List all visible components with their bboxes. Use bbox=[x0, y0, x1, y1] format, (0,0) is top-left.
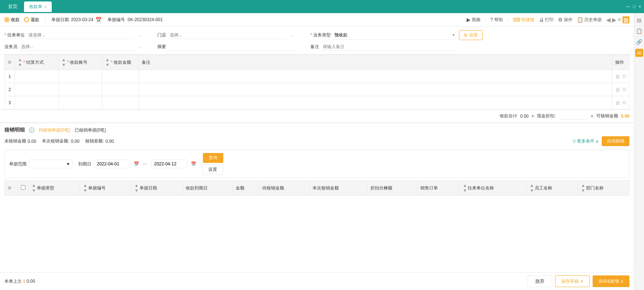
plus-sign: + bbox=[531, 114, 534, 119]
settlement-cell-3[interactable] bbox=[15, 96, 59, 109]
save-new-btn[interactable]: 保存&新增 ∧ bbox=[593, 275, 629, 287]
bottom-col-pending: 待核销金额 bbox=[259, 181, 310, 196]
minimize-icon[interactable]: — bbox=[626, 4, 630, 9]
amount-cell-2[interactable] bbox=[102, 83, 139, 96]
salesperson-more-btn[interactable]: ··· bbox=[136, 44, 143, 50]
settings-button[interactable]: ⚙ 设置 bbox=[459, 30, 483, 40]
amount-cell-3[interactable] bbox=[102, 96, 139, 109]
col-account: ▲▼ *收款账号 bbox=[59, 55, 102, 70]
sort-number: ▲▼ bbox=[83, 183, 87, 193]
discount-input[interactable] bbox=[559, 113, 588, 119]
date-to-input[interactable] bbox=[151, 160, 187, 168]
shortcut-btn[interactable]: ⌨ 快捷键 bbox=[513, 17, 534, 23]
prev-icon[interactable]: ◀ bbox=[606, 16, 610, 23]
radio-receipt[interactable]: 收款 bbox=[4, 17, 20, 23]
copy-row-1-icon[interactable]: ⧉ bbox=[623, 73, 626, 79]
grid-view-icon[interactable]: ▦ bbox=[623, 16, 629, 23]
equals-sign: = bbox=[591, 114, 593, 119]
list-view-icon[interactable]: ≡ bbox=[618, 16, 621, 23]
discard-btn[interactable]: 放弃 bbox=[527, 275, 552, 287]
date-from-input[interactable] bbox=[94, 160, 130, 168]
more-conditions-btn[interactable]: ▽ 更多条件 ∧ bbox=[573, 138, 599, 144]
remark-cell-3[interactable] bbox=[139, 96, 612, 109]
account-cell-3[interactable] bbox=[59, 96, 102, 109]
bottom-col-checkbox[interactable] bbox=[18, 181, 29, 196]
copy-row-2-icon[interactable]: ⧉ bbox=[623, 86, 626, 93]
settlement-cell-1[interactable] bbox=[15, 70, 59, 83]
diff-label: 核销差额: bbox=[85, 138, 104, 144]
unchecked-stat: 未核销金额 0.00 bbox=[4, 138, 36, 144]
account-cell-2[interactable] bbox=[59, 83, 102, 96]
summary-label: 摘要 bbox=[157, 44, 166, 50]
counterpart-more-btn[interactable]: ··· bbox=[136, 33, 143, 38]
footer-info-icon[interactable]: ℹ bbox=[23, 279, 25, 284]
sidebar-icon-ai[interactable]: Ai bbox=[635, 49, 643, 57]
history-btn[interactable]: 📋 历史单据 bbox=[577, 17, 602, 23]
sort-staff: ▲▼ bbox=[530, 183, 534, 193]
search-btn[interactable]: 查询 bbox=[203, 153, 223, 163]
tab-active[interactable]: 收款单 × bbox=[24, 1, 52, 12]
close-icon[interactable]: × bbox=[639, 4, 641, 9]
verify-info-icon[interactable]: i bbox=[29, 128, 34, 133]
calendar-icon[interactable]: 📅 bbox=[95, 17, 102, 23]
summary-input[interactable] bbox=[168, 43, 296, 51]
select-all-checkbox[interactable] bbox=[21, 185, 25, 190]
footer-right: 放弃 保存草稿 ∧ 保存&新增 ∧ bbox=[527, 275, 629, 287]
help-btn[interactable]: ? 帮助 bbox=[490, 17, 503, 23]
calendar-to-icon[interactable]: 📅 bbox=[191, 161, 196, 166]
sidebar-icon-link[interactable]: 🔗 bbox=[635, 38, 643, 46]
store-more-btn[interactable]: ··· bbox=[289, 33, 296, 38]
store-input[interactable] bbox=[168, 31, 287, 39]
table-gear-icon[interactable]: ⚙ bbox=[8, 60, 12, 65]
tab-close-icon[interactable]: × bbox=[44, 4, 47, 9]
discount-label: 现金折扣: bbox=[537, 113, 555, 119]
tab-home[interactable]: 首页 bbox=[3, 1, 23, 12]
save-new-arrow-icon: ∧ bbox=[620, 279, 624, 284]
maximize-icon[interactable]: □ bbox=[633, 4, 636, 9]
range-select[interactable]: ▾ bbox=[29, 160, 72, 168]
print-btn[interactable]: 🖨 打印 bbox=[539, 17, 554, 23]
video-btn[interactable]: ▶ 视频 bbox=[467, 17, 480, 23]
next-icon[interactable]: ▶ bbox=[612, 16, 616, 23]
bottom-col-settings[interactable]: ⚙ bbox=[5, 181, 18, 196]
account-cell-1[interactable] bbox=[59, 70, 102, 83]
date-label: 单据日期 bbox=[51, 17, 69, 23]
bottom-table: ⚙ ▲▼ 单据类型 ▲▼ 单据编号 bbox=[4, 180, 629, 196]
sidebar-icon-table[interactable]: ▤ bbox=[635, 16, 643, 24]
remark-input[interactable] bbox=[321, 43, 456, 51]
total-label: 收款合计 bbox=[500, 113, 517, 119]
draft-btn[interactable]: 保存草稿 ∧ bbox=[555, 275, 590, 287]
bottom-gear-icon[interactable]: ⚙ bbox=[8, 185, 12, 191]
store-label: 门店 bbox=[157, 32, 166, 38]
done-tab[interactable]: 已核销单据(0笔) bbox=[75, 127, 106, 133]
col-settings[interactable]: ⚙ bbox=[5, 55, 15, 70]
filter-row: 单据范围 ▾ 到期日 📅 — 📅 bbox=[4, 150, 629, 178]
sidebar-icon-doc[interactable]: 📋 bbox=[635, 27, 643, 35]
amount-cell-1[interactable] bbox=[102, 70, 139, 83]
remark-cell-2[interactable] bbox=[139, 83, 612, 96]
business-type-select[interactable]: 预收款 ▾ bbox=[333, 31, 456, 40]
delete-row-2-icon[interactable]: 🗑 bbox=[615, 87, 620, 93]
delete-row-1-icon[interactable]: 🗑 bbox=[615, 74, 620, 79]
radio-refund[interactable]: 退款 bbox=[24, 17, 39, 23]
actions-cell-2: 🗑 ⧉ bbox=[612, 83, 629, 96]
bottom-col-discount: 折扣分摊额 bbox=[367, 181, 417, 196]
bottom-table-head: ⚙ ▲▼ 单据类型 ▲▼ 单据编号 bbox=[5, 181, 629, 196]
verify-actions: ▽ 更多条件 ∧ 自动核销 bbox=[573, 136, 629, 146]
operation-btn[interactable]: ⚙ 操作 bbox=[558, 17, 573, 23]
delete-row-3-icon[interactable]: 🗑 bbox=[615, 100, 620, 106]
draft-arrow-icon: ∧ bbox=[580, 279, 584, 284]
total-value: 0.00 bbox=[520, 114, 529, 119]
date-value: 2023-03-24 bbox=[71, 17, 93, 22]
current-label: 本次核销金额: bbox=[42, 138, 69, 144]
auto-verify-btn[interactable]: 自动核销 bbox=[602, 136, 629, 146]
filter-settings-btn[interactable]: 设置 bbox=[202, 164, 223, 175]
pending-tab[interactable]: 待核销单据(0笔) bbox=[39, 127, 70, 133]
calendar-from-icon[interactable]: 📅 bbox=[134, 161, 139, 166]
copy-row-3-icon[interactable]: ⧉ bbox=[623, 99, 626, 106]
counterpart-input[interactable] bbox=[27, 31, 134, 39]
remark-cell-1[interactable] bbox=[139, 70, 612, 83]
store-field: 门店 ··· bbox=[157, 31, 296, 39]
settlement-cell-2[interactable] bbox=[15, 83, 59, 96]
salesperson-input[interactable] bbox=[20, 43, 134, 51]
